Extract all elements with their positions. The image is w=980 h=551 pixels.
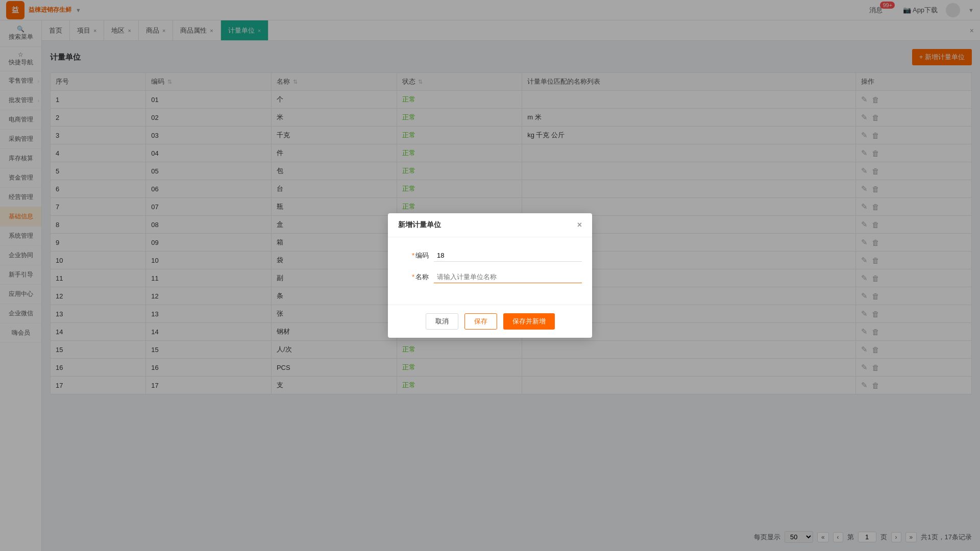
add-unit-modal: 新增计量单位 × *编码 *名称 取消 保存 保存并新增 (388, 213, 592, 338)
name-input[interactable] (434, 271, 582, 283)
name-form-row: *名称 (398, 271, 582, 283)
save-and-new-button[interactable]: 保存并新增 (503, 313, 555, 330)
modal-body: *编码 *名称 (388, 237, 592, 305)
modal-close-button[interactable]: × (577, 220, 582, 230)
code-form-row: *编码 (398, 249, 582, 262)
modal-overlay: 新增计量单位 × *编码 *名称 取消 保存 保存并新增 (0, 0, 980, 551)
cancel-button[interactable]: 取消 (426, 313, 458, 330)
modal-header: 新增计量单位 × (388, 213, 592, 237)
modal-title: 新增计量单位 (398, 220, 441, 230)
code-input[interactable] (434, 249, 582, 262)
modal-footer: 取消 保存 保存并新增 (388, 305, 592, 338)
save-button[interactable]: 保存 (464, 313, 497, 330)
code-label: *编码 (398, 251, 429, 260)
name-label: *名称 (398, 272, 429, 282)
